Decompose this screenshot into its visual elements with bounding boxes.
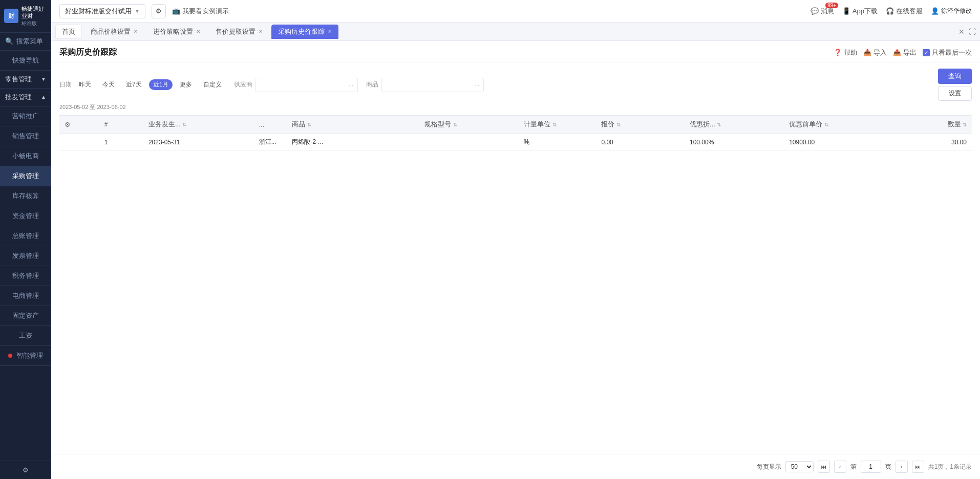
- sidebar-item-label: 零售管理: [5, 75, 32, 84]
- app-logo: 财 畅捷通好业财 标准版: [0, 0, 51, 33]
- per-page-select[interactable]: 50 100 200: [785, 461, 814, 472]
- tab-home[interactable]: 首页: [55, 25, 82, 39]
- date-btn-1month[interactable]: 近1月: [149, 79, 173, 90]
- tab-price-settings[interactable]: 商品价格设置 ✕: [84, 25, 144, 39]
- sidebar-item-tax[interactable]: 税务管理: [0, 266, 51, 286]
- data-table-container: ⚙ # 业务发生... ⇅ ... 商品 ⇅: [51, 115, 980, 454]
- goods-input[interactable]: ···: [381, 78, 484, 92]
- sidebar-item-payroll[interactable]: 工资: [0, 326, 51, 346]
- sidebar-item-finance[interactable]: 资金管理: [0, 206, 51, 226]
- main-area: 好业财标准版交付试用 ▼ ⚙ 📺 我要看实例演示 💬 消息 99+ 📱 App下…: [51, 0, 980, 479]
- row-quote-cell: 0.00: [596, 134, 685, 151]
- date-btn-7days[interactable]: 近7天: [122, 79, 146, 90]
- first-page-button[interactable]: ⏮: [818, 461, 830, 473]
- date-range-label: 2023-05-02 至 2023-06-02: [59, 104, 126, 110]
- col-quote-header[interactable]: 报价 ⇅: [596, 116, 685, 134]
- tab-bar-controls: ✕ ⛶: [958, 28, 976, 36]
- sidebar-item-label: 小畅电商: [12, 151, 39, 161]
- chevron-up-icon: ▲: [41, 94, 46, 100]
- sidebar-item-ecom-small[interactable]: 小畅电商: [0, 146, 51, 166]
- sidebar-item-ecom[interactable]: 电商管理: [0, 286, 51, 306]
- sidebar-item-purchase[interactable]: 采购管理: [0, 166, 51, 186]
- prev-page-button[interactable]: ‹: [834, 461, 846, 473]
- sort-icon: ⇅: [963, 122, 967, 127]
- dropdown-arrow-icon: ▼: [135, 8, 140, 14]
- col-date-header[interactable]: 业务发生... ⇅: [143, 116, 254, 134]
- sidebar-item-ledger[interactable]: 总账管理: [0, 226, 51, 246]
- col-more-header[interactable]: ...: [254, 116, 287, 134]
- next-page-button[interactable]: ›: [896, 461, 908, 473]
- close-icon[interactable]: ✕: [134, 29, 138, 34]
- search-menu-item[interactable]: 🔍 搜索菜单: [0, 33, 51, 51]
- close-icon[interactable]: ✕: [196, 29, 200, 34]
- col-pre-price-header[interactable]: 优惠前单价 ⇅: [784, 116, 894, 134]
- sidebar-item-retail[interactable]: 零售管理 ▼: [0, 71, 51, 89]
- messages-button[interactable]: 💬 消息 99+: [811, 7, 834, 16]
- date-btn-yesterday[interactable]: 昨天: [75, 79, 95, 90]
- sidebar-item-ai[interactable]: 智能管理: [0, 346, 51, 366]
- download-icon: 📱: [842, 7, 850, 15]
- sidebar-item-wholesale[interactable]: 批发管理 ▲: [0, 89, 51, 106]
- sidebar-item-sales[interactable]: 销售管理: [0, 126, 51, 146]
- col-goods-header[interactable]: 商品 ⇅: [287, 116, 419, 134]
- col-spec-header[interactable]: 规格型号 ⇅: [419, 116, 519, 134]
- tab-purchase-history-price[interactable]: 采购历史价跟踪 ✕: [271, 25, 338, 39]
- query-button[interactable]: 查询: [938, 69, 972, 84]
- gear-icon: ⚙: [65, 121, 71, 128]
- date-btn-today[interactable]: 今天: [98, 79, 119, 90]
- sidebar-item-label: 资金管理: [12, 211, 39, 221]
- demo-link[interactable]: 📺 我要看实例演示: [172, 7, 229, 16]
- sidebar-item-assets[interactable]: 固定资产: [0, 306, 51, 326]
- user-menu-button[interactable]: 👤 徐泽华修改: [931, 7, 972, 15]
- supplier-filter-group: 供应商 ···: [234, 78, 358, 92]
- row-qty-cell: 30.00: [894, 134, 972, 151]
- sidebar-item-label: 电商管理: [12, 291, 39, 300]
- close-window-icon[interactable]: ✕: [958, 28, 965, 36]
- quick-nav-item[interactable]: 快捷导航: [0, 51, 51, 71]
- app-edition: 标准版: [22, 20, 47, 27]
- sort-icon: ⇅: [182, 122, 186, 127]
- version-settings-button[interactable]: ⚙: [152, 4, 166, 18]
- sidebar-settings-button[interactable]: ⚙: [0, 461, 51, 479]
- col-discount-label: 优惠折...: [690, 120, 715, 128]
- col-settings-header[interactable]: ⚙: [59, 116, 99, 134]
- col-unit-header[interactable]: 计量单位 ⇅: [519, 116, 596, 134]
- sort-icon: ⇅: [717, 122, 721, 127]
- sidebar-item-inventory[interactable]: 库存核算: [0, 186, 51, 206]
- goods-filter-label: 商品: [366, 80, 378, 89]
- filter-bar: 日期 昨天 今天 近7天 近1月 更多 自定义 供应商 ··· 商品 ···: [51, 62, 980, 107]
- chevron-right-icon: ▼: [41, 76, 46, 82]
- export-button[interactable]: 📤 导出: [893, 48, 917, 57]
- tab-purchase-price-strategy[interactable]: 进价策略设置 ✕: [146, 25, 207, 39]
- sort-icon: ⇅: [307, 122, 311, 127]
- page-number-input[interactable]: [861, 461, 881, 473]
- import-button[interactable]: 📥 导入: [863, 48, 887, 57]
- app-download-button[interactable]: 📱 App下载: [842, 7, 878, 16]
- user-name-label: 徐泽华修改: [941, 7, 972, 15]
- sidebar: 财 畅捷通好业财 标准版 🔍 搜索菜单 快捷导航 零售管理 ▼ 批发管理 ▲ 营…: [0, 0, 51, 479]
- close-icon[interactable]: ✕: [328, 29, 332, 34]
- row-supplier-cell: 浙江...: [254, 134, 287, 151]
- tab-sale-price-extract[interactable]: 售价提取设置 ✕: [209, 25, 269, 39]
- date-btn-more[interactable]: 更多: [176, 79, 196, 90]
- col-discount-header[interactable]: 优惠折... ⇅: [685, 116, 784, 134]
- goods-filter-group: 商品 ···: [366, 78, 484, 92]
- close-icon[interactable]: ✕: [259, 29, 263, 34]
- settings-button[interactable]: 设置: [938, 86, 972, 101]
- supplier-input[interactable]: ···: [255, 78, 358, 92]
- col-pre-price-label: 优惠前单价: [789, 120, 822, 128]
- sidebar-item-marketing[interactable]: 营销推广: [0, 106, 51, 126]
- last-page-button[interactable]: ⏭: [912, 461, 924, 473]
- sidebar-item-invoice[interactable]: 发票管理: [0, 246, 51, 266]
- gear-icon: ⚙: [23, 466, 29, 474]
- online-service-button[interactable]: 🎧 在线客服: [886, 7, 923, 16]
- maximize-icon[interactable]: ⛶: [969, 28, 976, 36]
- page-title: 采购历史价跟踪: [59, 47, 117, 58]
- only-latest-checkbox[interactable]: ✓ 只看最后一次: [923, 48, 972, 57]
- version-selector[interactable]: 好业财标准版交付试用 ▼: [59, 4, 145, 18]
- date-btn-custom[interactable]: 自定义: [199, 79, 226, 90]
- top-header: 好业财标准版交付试用 ▼ ⚙ 📺 我要看实例演示 💬 消息 99+ 📱 App下…: [51, 0, 980, 23]
- help-link[interactable]: ❓ 帮助: [834, 48, 857, 57]
- dot-red-icon: [8, 354, 12, 358]
- col-qty-header[interactable]: 数量 ⇅: [894, 116, 972, 134]
